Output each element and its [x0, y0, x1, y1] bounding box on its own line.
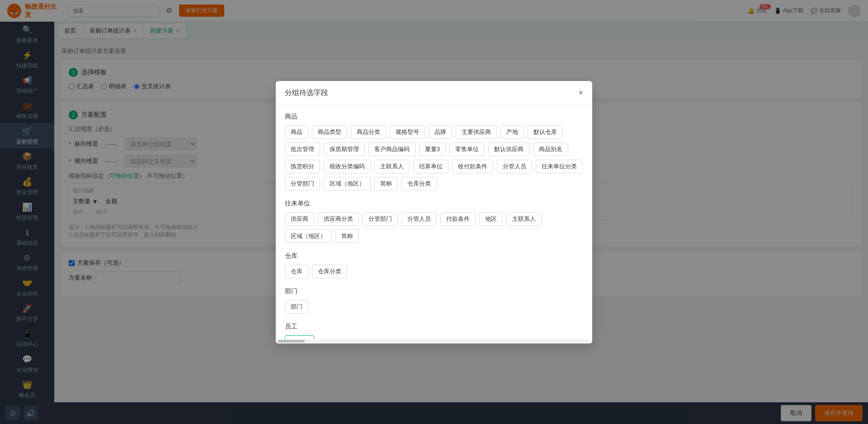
field-section-title-2: 仓库	[285, 252, 583, 260]
modal-close-button[interactable]: ×	[578, 88, 583, 98]
field-tag-0-25[interactable]: 仓库分类	[401, 177, 437, 191]
field-grid-0: 商品商品类型商品分类规格型号品牌主要供应商产地默认仓库批次管理保质期管理客户商品…	[285, 125, 583, 191]
field-tag-0-6[interactable]: 产地	[500, 125, 524, 139]
field-grid-3: 部门	[285, 300, 583, 314]
modal: 分组待选字段 × 商品商品商品类型商品分类规格型号品牌主要供应商产地默认仓库批次…	[276, 81, 592, 343]
field-tag-0-9[interactable]: 保质期管理	[324, 143, 365, 156]
field-section-3: 部门部门	[285, 287, 583, 314]
field-tag-0-13[interactable]: 默认供应商	[488, 143, 529, 156]
field-tag-0-22[interactable]: 分管部门	[285, 177, 320, 191]
field-tag-1-4[interactable]: 付款条件	[440, 212, 476, 226]
field-tag-3-0[interactable]: 部门	[285, 300, 308, 314]
field-tag-1-0[interactable]: 供应商	[285, 212, 314, 226]
field-section-title-3: 部门	[285, 287, 583, 295]
field-tag-0-19[interactable]: 收付款条件	[452, 160, 493, 173]
hscroll-thumb	[278, 340, 305, 343]
field-section-title-1: 往来单位	[285, 200, 583, 208]
field-grid-2: 仓库仓库分类	[285, 265, 583, 278]
field-section-4: 员工业务员	[285, 323, 583, 339]
field-tag-0-12[interactable]: 零售单位	[449, 143, 485, 156]
field-tag-2-1[interactable]: 仓库分类	[312, 265, 347, 278]
field-tag-1-8[interactable]: 简称	[335, 229, 359, 243]
field-tag-0-1[interactable]: 商品类型	[312, 125, 347, 139]
field-tag-4-0[interactable]: 业务员	[285, 335, 314, 339]
hscroll-track	[278, 340, 590, 343]
field-tag-0-4[interactable]: 品牌	[429, 125, 452, 139]
field-tag-0-0[interactable]: 商品	[285, 125, 308, 139]
field-grid-1: 供应商供应商分类分管部门分管人员付款条件地区主联系人区域（地区）简称	[285, 212, 583, 243]
modal-body[interactable]: 商品商品商品类型商品分类规格型号品牌主要供应商产地默认仓库批次管理保质期管理客户…	[276, 105, 592, 339]
field-tag-0-24[interactable]: 简称	[374, 177, 398, 191]
field-section-2: 仓库仓库仓库分类	[285, 252, 583, 278]
field-tag-1-3[interactable]: 分管人员	[401, 212, 437, 226]
field-tag-0-21[interactable]: 往来单位分类	[536, 160, 583, 173]
field-tag-0-10[interactable]: 客户商品编码	[368, 143, 415, 156]
field-tag-0-14[interactable]: 商品别名	[533, 143, 568, 156]
field-tag-0-17[interactable]: 主联系人	[374, 160, 410, 173]
field-tag-1-1[interactable]: 供应商分类	[318, 212, 359, 226]
field-tag-0-8[interactable]: 批次管理	[285, 143, 320, 156]
field-tag-0-7[interactable]: 默认仓库	[528, 125, 563, 139]
field-tag-0-23[interactable]: 区域（地区）	[324, 177, 371, 191]
field-section-1: 往来单位供应商供应商分类分管部门分管人员付款条件地区主联系人区域（地区）简称	[285, 200, 583, 243]
field-tag-0-20[interactable]: 分管人员	[497, 160, 532, 173]
modal-header: 分组待选字段 ×	[276, 81, 592, 105]
field-tag-0-2[interactable]: 商品分类	[351, 125, 386, 139]
field-tag-2-0[interactable]: 仓库	[285, 265, 308, 278]
field-tag-0-11[interactable]: 重量3	[419, 143, 446, 156]
field-tag-1-6[interactable]: 主联系人	[506, 212, 542, 226]
field-tag-1-7[interactable]: 区域（地区）	[285, 229, 332, 243]
field-section-0: 商品商品商品类型商品分类规格型号品牌主要供应商产地默认仓库批次管理保质期管理客户…	[285, 113, 583, 191]
field-tag-0-3[interactable]: 规格型号	[390, 125, 425, 139]
field-tag-0-16[interactable]: 税收分类编码	[324, 160, 371, 173]
field-tag-1-2[interactable]: 分管部门	[363, 212, 398, 226]
modal-horizontal-scrollbar[interactable]	[276, 339, 592, 343]
field-tag-1-5[interactable]: 地区	[479, 212, 503, 226]
field-section-title-0: 商品	[285, 113, 583, 121]
field-tag-0-18[interactable]: 结算单位	[413, 160, 448, 173]
field-tag-0-15[interactable]: 拣货积分	[285, 160, 320, 173]
modal-title: 分组待选字段	[285, 88, 328, 98]
field-section-title-4: 员工	[285, 323, 583, 331]
field-tag-0-5[interactable]: 主要供应商	[456, 125, 497, 139]
field-grid-4: 业务员	[285, 335, 583, 339]
